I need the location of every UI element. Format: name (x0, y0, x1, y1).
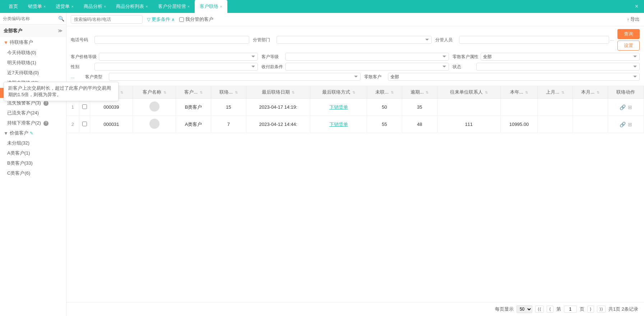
nav-customer-tier-close[interactable]: × (187, 4, 190, 9)
all-customers-section: 全部客户 ≫ (0, 25, 66, 37)
col-lastmonth-sort-icon[interactable]: ⇅ (561, 90, 564, 94)
dept-label: 分管部门 (253, 37, 274, 43)
row1-method-link[interactable]: 下销货单 (329, 104, 348, 110)
sidebar-item-class-a[interactable]: A类客户(1) (0, 148, 66, 158)
chevron-up-icon: ∧ (171, 17, 175, 22)
export-icon: ↑ (627, 17, 630, 22)
manager-input[interactable] (459, 36, 609, 44)
row2-type: A类客户 (176, 116, 211, 133)
row1-contact-icon[interactable]: 🔗 (620, 104, 626, 110)
gender-label: 性别 (71, 64, 92, 70)
sidebar-item-lost[interactable]: 已流失客户(24) (0, 108, 66, 118)
payment-select[interactable] (285, 63, 449, 71)
nav-customer-contact-close[interactable]: × (220, 4, 222, 9)
nav-home[interactable]: 首页 (4, 0, 23, 13)
row1-checkbox[interactable] (82, 104, 87, 109)
col-name: 客户名称 ⇅ (133, 86, 176, 99)
next-page-btn[interactable]: ⟩ (587, 306, 594, 313)
nav-customer-contact[interactable]: 客户联络 × (195, 0, 227, 13)
nav-sales[interactable]: 销货单 × (23, 0, 51, 13)
dept-select[interactable] (277, 36, 431, 44)
sidebar-item-declining[interactable]: 持续下滑客户(2) ? (0, 118, 66, 128)
retail-attr-select[interactable]: 全部 (481, 53, 640, 61)
main-search-input[interactable] (71, 15, 143, 24)
per-page-label: 每页显示 (495, 306, 514, 312)
table-row: 2 000031 A类客户 7 2023-04-12 14:44: (66, 116, 644, 133)
nav-sales-close[interactable]: × (43, 4, 46, 9)
col-type: 客户... ⇅ (176, 86, 211, 99)
row1-more-icon[interactable]: ⊞ (628, 104, 632, 110)
page-end-label: 页 (580, 306, 584, 312)
sidebar-item-tomorrow[interactable]: 明天待联络(1) (0, 58, 66, 68)
sidebar-item-7days[interactable]: 近7天待联络(0) (0, 68, 66, 78)
customer-type-select[interactable] (109, 73, 361, 81)
row2-method-link[interactable]: 下销货单 (329, 122, 348, 127)
nav-product-list[interactable]: 商品分析列表 × (111, 0, 153, 13)
row1-contact: 15 (211, 99, 246, 116)
col-last-method: 最后联络方式 ⇅ (310, 86, 367, 99)
col-overdue-sort-icon[interactable]: ⇅ (426, 90, 428, 94)
col-uncontact-sort-icon[interactable]: ⇅ (391, 90, 394, 94)
sidebar-item-ungrouped[interactable]: 未分组(32) (0, 138, 66, 148)
row2-uncontact: 55 (367, 116, 402, 133)
manager-more-icon[interactable]: ··· (610, 37, 614, 43)
row1-last-month (538, 99, 573, 116)
page-size-select[interactable]: 50 (516, 305, 532, 313)
prev-page-btn[interactable]: ⟨ (547, 306, 553, 313)
manager-label: 分管人员 (435, 37, 457, 43)
nav-product-analysis[interactable]: 商品分析 × (79, 0, 111, 13)
sidebar-item-class-c[interactable]: C类客户(6) (0, 168, 66, 178)
retail-select[interactable]: 全部 (388, 73, 640, 81)
col-unit-sort-icon[interactable]: ⇅ (485, 90, 488, 94)
pending-group[interactable]: ▼ 待联络客户 (0, 37, 66, 48)
nav-customer-tier[interactable]: 客户分层经营 × (153, 0, 195, 13)
col-method-sort-icon[interactable]: ⇅ (352, 90, 355, 94)
sidebar-item-today[interactable]: 今天待联络(0) (0, 48, 66, 58)
row2-more-icon[interactable]: ⊞ (628, 122, 632, 127)
nav-purchase[interactable]: 进货单 × (51, 0, 78, 13)
col-contact-sort-icon[interactable]: ⇅ (235, 90, 238, 94)
row2-contact-icon[interactable]: 🔗 (620, 122, 626, 127)
value-group-edit-icon[interactable]: ✎ (30, 131, 33, 136)
export-btn[interactable]: ↑ 导出 (627, 16, 640, 23)
status-select[interactable] (476, 63, 640, 71)
phone-input[interactable] (94, 36, 249, 44)
row2-checkbox[interactable] (82, 122, 87, 126)
col-name-sort-icon[interactable]: ⇅ (163, 90, 166, 94)
gender-select[interactable] (94, 63, 258, 71)
col-overdue: 逾期... ⇅ (402, 86, 437, 99)
more-filters-btn[interactable]: ... (71, 74, 74, 79)
filter-field-customer-grade: 客户等级 (261, 53, 449, 61)
col-type-sort-icon[interactable]: ⇅ (200, 90, 203, 94)
filter-field-gender: 性别 (71, 63, 258, 71)
filter-field-phone: 电话号码 (71, 36, 249, 44)
my-customers-checkbox-label: 我分管的客户 (179, 16, 213, 23)
my-customers-checkbox[interactable] (179, 17, 184, 22)
sidebar-search-icon[interactable]: 🔍 (58, 16, 64, 22)
col-thismonth-sort-icon[interactable]: ⇅ (597, 90, 599, 94)
sidebar-search-input[interactable] (3, 16, 57, 21)
customer-grade-select[interactable] (285, 53, 449, 61)
row2-num: 2 (66, 116, 79, 133)
nav-product-list-close[interactable]: × (145, 4, 148, 9)
pending-group-label: 待联络客户 (10, 39, 33, 46)
col-date-sort-icon[interactable]: ⇅ (292, 90, 295, 94)
query-button[interactable]: 查询 (617, 29, 640, 39)
col-yearly-sort-icon[interactable]: ⇅ (525, 90, 528, 94)
first-page-btn[interactable]: ⟨⟨ (535, 306, 544, 313)
settings-button[interactable]: 设置 (617, 41, 640, 51)
price-grade-select[interactable] (99, 53, 258, 61)
col-last-date: 最后联络日期 ⇅ (246, 86, 310, 99)
sidebar-collapse-icon[interactable]: ≫ (58, 28, 62, 33)
window-close-button[interactable]: × (635, 3, 638, 10)
page-number-input[interactable] (564, 306, 577, 313)
nav-product-analysis-close[interactable]: × (104, 4, 106, 9)
sidebar-item-class-b[interactable]: B类客户(33) (0, 158, 66, 168)
more-conditions-btn[interactable]: ▽ 更多条件 ∧ (147, 16, 175, 23)
row2-name (133, 116, 176, 133)
row2-last-date: 2023-04-12 14:44: (246, 116, 310, 133)
col-code-sort-icon[interactable]: ⇅ (120, 90, 123, 94)
nav-purchase-close[interactable]: × (71, 4, 73, 9)
last-page-btn[interactable]: ⟩⟩ (597, 306, 606, 313)
row2-overdue: 48 (402, 116, 437, 133)
